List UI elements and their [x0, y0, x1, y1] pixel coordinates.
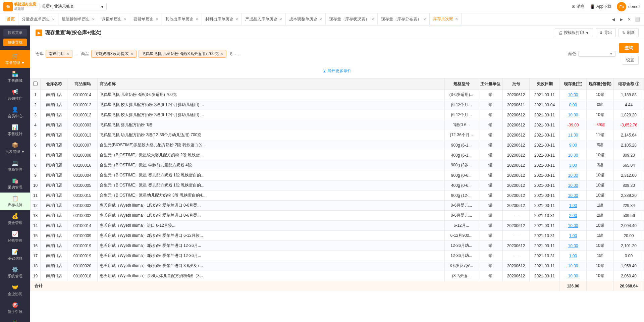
sidebar-item-member[interactable]: 👤 会员中心: [0, 104, 30, 121]
qty-main-link[interactable]: 10.00: [568, 274, 578, 278]
cell-qty-main[interactable]: 1.00: [560, 251, 587, 261]
sidebar-item-collab[interactable]: 🤝 企业协同: [0, 281, 30, 299]
cell-qty-main[interactable]: 1.00: [560, 231, 587, 241]
product-tag-0[interactable]: 飞鹤奶粉3段两提装 ✕: [91, 50, 137, 58]
tab-next-icon[interactable]: ▶: [618, 16, 625, 23]
sidebar-item-search[interactable]: 搜索英单: [3, 29, 27, 37]
close-tab-2-icon[interactable]: ✕: [92, 17, 95, 21]
th-checkbox[interactable]: [31, 78, 41, 90]
cell-qty-main[interactable]: -39.00: [560, 120, 587, 130]
user-area[interactable]: Ea demo2: [617, 2, 641, 11]
close-tab-8-icon[interactable]: ✕: [319, 17, 322, 21]
tab-7[interactable]: 产成品入库单历史 ✕: [242, 13, 286, 25]
tab-10[interactable]: 现存量（库存分布表）✕: [378, 13, 430, 25]
tab-5[interactable]: 其他出库单历史 ✕: [162, 13, 202, 25]
qty-main-link[interactable]: -39.00: [567, 123, 579, 127]
export-button[interactable]: ⬇ 导出: [596, 28, 616, 37]
qty-main-link[interactable]: 3.00: [569, 163, 577, 168]
sidebar-toggle-icon[interactable]: ▶: [36, 30, 42, 36]
app-download-button[interactable]: 📱 App下载: [590, 4, 611, 9]
warehouse-more-icon[interactable]: ...: [74, 52, 78, 56]
messages-button[interactable]: ✉ 消息: [572, 4, 585, 9]
cell-qty-main[interactable]: 10.00: [560, 241, 587, 251]
query-button[interactable]: 查询: [619, 43, 639, 53]
cell-qty-main[interactable]: 10.00: [560, 90, 587, 100]
sidebar-item-ecommerce[interactable]: 💻 电商管理: [0, 157, 30, 175]
color-select[interactable]: ▼: [578, 51, 616, 57]
qty-main-link[interactable]: 10.00: [568, 193, 578, 198]
sidebar-item-mall[interactable]: 🏪 零售商城: [0, 68, 30, 86]
cell-qty-main[interactable]: 2.00: [560, 211, 587, 221]
product-tag-more[interactable]: 飞...: [228, 51, 236, 57]
cell-qty-main[interactable]: 10.00: [560, 261, 587, 271]
tab-4[interactable]: 要货单历史 ✕: [130, 13, 162, 25]
tab-2[interactable]: 组装拆卸单历史 ✕: [58, 13, 98, 25]
cell-qty-main[interactable]: 11.00: [560, 130, 587, 140]
qty-main-link[interactable]: 1.00: [569, 203, 577, 208]
product-tag-1-remove-icon[interactable]: ✕: [220, 52, 223, 56]
sidebar-item-marketing[interactable]: 📢 营销推广: [0, 86, 30, 104]
sidebar-item-quicknav[interactable]: 快捷导航: [3, 39, 27, 46]
qty-main-link[interactable]: 0.00: [569, 103, 577, 107]
breadcrumb-select[interactable]: 母婴行业演示账套 ▼: [40, 3, 107, 10]
cell-qty-main[interactable]: 10.00: [560, 191, 587, 201]
cell-qty-main[interactable]: 3.00: [560, 160, 587, 170]
qty-main-link[interactable]: 10.00: [568, 264, 578, 268]
refresh-button[interactable]: ↻ 刷新: [619, 28, 639, 37]
sidebar-item-system[interactable]: ⚙️ 系统管理: [0, 264, 30, 281]
tab-8[interactable]: 成本调整单历史 ✕: [286, 13, 326, 25]
close-tab-1-icon[interactable]: ✕: [52, 17, 55, 21]
setting-button[interactable]: 设置: [622, 56, 639, 65]
close-tab-4-icon[interactable]: ✕: [156, 17, 158, 21]
qty-main-link[interactable]: 10.00: [568, 153, 578, 158]
qty-main-link[interactable]: 9.00: [569, 143, 577, 148]
warehouse-tag-remove-icon[interactable]: ✕: [66, 52, 69, 56]
tab-home[interactable]: 首页: [3, 13, 18, 25]
close-tab-10-icon[interactable]: ✕: [423, 17, 426, 21]
tab-3[interactable]: 调拨单历史 ✕: [98, 13, 130, 25]
tab-6[interactable]: 材料出库单历史 ✕: [202, 13, 242, 25]
select-all-checkbox[interactable]: [33, 82, 38, 86]
qty-main-link[interactable]: 10.00: [568, 173, 578, 178]
cell-qty-main[interactable]: 10.00: [560, 180, 587, 191]
qty-main-link[interactable]: 10.00: [568, 113, 578, 117]
sidebar-item-retailstat[interactable]: 📊 零售统计: [0, 121, 30, 139]
sidebar-item-basicinfo[interactable]: 📝 基础信息: [0, 246, 30, 264]
tab-11[interactable]: 库存批次账 ✕: [430, 13, 462, 25]
qty-main-link[interactable]: 1.00: [569, 254, 577, 258]
cell-qty-main[interactable]: 1.00: [560, 201, 587, 211]
sidebar-item-newbie[interactable]: 🎯 新手引导: [0, 299, 30, 317]
sidebar-item-purchase[interactable]: 🛍️ 采购管理: [0, 175, 30, 193]
sidebar-item-finance[interactable]: 💰 资金管理: [0, 210, 30, 228]
cell-qty-main[interactable]: 10.00: [560, 221, 587, 231]
close-tab-11-icon[interactable]: ✕: [455, 17, 458, 21]
cell-qty-main[interactable]: 9.00: [560, 140, 587, 150]
cell-qty-main[interactable]: 10.00: [560, 170, 587, 180]
tab-prev-icon[interactable]: ◀: [610, 16, 616, 23]
sidebar-item-operations[interactable]: 📈 经营管理: [0, 228, 30, 246]
tab-close-icon[interactable]: ✕: [626, 16, 633, 23]
sidebar-item-retail[interactable]: 🛒 零售管理 ▼: [0, 50, 30, 68]
cell-qty-main[interactable]: 10.00: [560, 271, 587, 281]
sidebar-item-appcenter[interactable]: 📱 应用中心: [0, 317, 30, 322]
close-tab-5-icon[interactable]: ✕: [196, 17, 198, 21]
product-tag-1[interactable]: 飞鹤星飞帆 儿童奶粉 4段(3-6岁适用) 700克 ✕: [139, 50, 226, 58]
qty-main-link[interactable]: 11.00: [568, 133, 578, 138]
tab-expand-icon[interactable]: ⬜: [634, 16, 641, 23]
warehouse-tag-0[interactable]: 南岸门店 ✕: [46, 50, 72, 58]
sidebar-item-wholesale[interactable]: 📦 批发管理 ▼: [0, 139, 30, 157]
product-more-icon[interactable]: ...: [238, 52, 241, 56]
qty-main-link[interactable]: 2.00: [569, 213, 577, 218]
close-tab-7-icon[interactable]: ✕: [279, 17, 282, 21]
expand-more-button[interactable]: ⊻ 展开更多条件: [322, 67, 353, 75]
qty-main-link[interactable]: 10.00: [568, 93, 578, 97]
qty-main-link[interactable]: 10.00: [568, 244, 578, 248]
template-print-button[interactable]: 🖨 按模板打印 ▼: [555, 28, 593, 37]
qty-main-link[interactable]: 10.00: [568, 223, 578, 228]
cell-qty-main[interactable]: 10.00: [560, 110, 587, 120]
sidebar-item-inventory[interactable]: 📋 库存核算: [0, 193, 30, 210]
tab-9[interactable]: 现存量（库存状况表）✕: [326, 13, 378, 25]
qty-main-link[interactable]: 10.00: [568, 183, 578, 188]
tab-1[interactable]: 分量盘点单历史 ✕: [18, 13, 58, 25]
product-tag-0-remove-icon[interactable]: ✕: [130, 52, 133, 56]
